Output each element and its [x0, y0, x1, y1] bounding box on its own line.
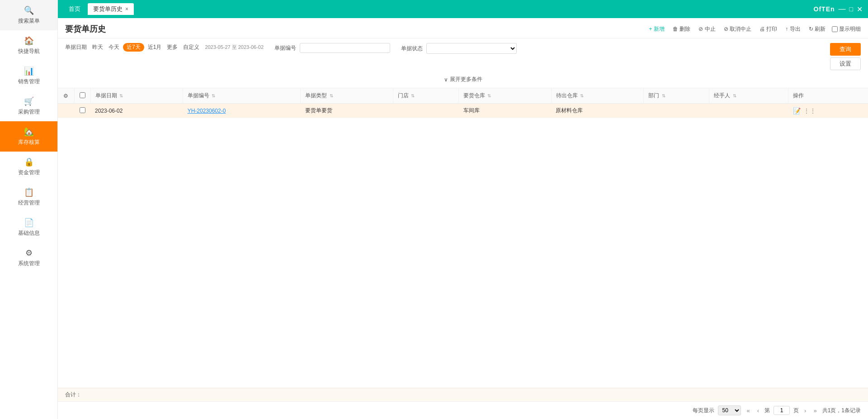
- next-page-button[interactable]: ›: [802, 407, 808, 414]
- doc-status-filter-group: 单据状态: [401, 43, 517, 54]
- export-button[interactable]: ↑ 导出: [783, 24, 802, 34]
- row-date-cell: 2023-06-02: [90, 104, 183, 118]
- sidebar-item-sales[interactable]: 📊 销售管理: [0, 61, 57, 91]
- summary-label: 合计：: [65, 391, 81, 398]
- date-option-today[interactable]: 今天: [107, 43, 121, 52]
- sidebar: 🔍 搜索菜单 🏠 快捷导航 📊 销售管理 🛒 采购管理 🏡 库存核算 🔒 资金管…: [0, 0, 58, 419]
- sidebar-item-inventory[interactable]: 🏡 库存核算: [0, 121, 57, 152]
- row-department-cell: [644, 104, 709, 118]
- row-store-cell: [393, 104, 459, 118]
- refresh-button[interactable]: ↻ 刷新: [807, 24, 827, 34]
- table-area: ⚙ 单据日期 ⇅ 单据编号 ⇅ 单据类型 ⇅: [58, 88, 868, 388]
- col-settings-header[interactable]: ⚙: [58, 88, 74, 104]
- col-store-header[interactable]: 门店 ⇅: [393, 88, 459, 104]
- last-page-button[interactable]: »: [811, 407, 818, 414]
- first-page-button[interactable]: «: [745, 407, 751, 414]
- display-detail-input[interactable]: [832, 26, 838, 32]
- doc-number-input[interactable]: [300, 43, 390, 53]
- table-body: 2023-06-02 YH-20230602-0 要货单要货 车间库 原材料仓库…: [58, 104, 868, 118]
- col-docnum-header[interactable]: 单据编号 ⇅: [183, 88, 301, 104]
- sidebar-item-system[interactable]: ⚙ 系统管理: [0, 243, 57, 273]
- stop-button[interactable]: ⊘ 中止: [697, 24, 717, 34]
- row-checkbox[interactable]: [80, 107, 85, 113]
- sales-icon: 📊: [24, 66, 34, 76]
- page-number-input[interactable]: [774, 406, 790, 415]
- sidebar-item-label: 销售管理: [18, 78, 40, 86]
- col-req-warehouse-header[interactable]: 要货仓库 ⇅: [459, 88, 552, 104]
- window-close-icon[interactable]: ✕: [857, 5, 863, 14]
- sidebar-item-purchase[interactable]: 🛒 采购管理: [0, 91, 57, 121]
- sidebar-item-label: 资金管理: [18, 169, 40, 176]
- tab-close-icon[interactable]: ×: [125, 6, 128, 12]
- sidebar-item-quick-nav[interactable]: 🏠 快捷导航: [0, 30, 57, 61]
- cancel-stop-button[interactable]: ⊘ 取消中止: [722, 24, 753, 34]
- sidebar-item-label: 快捷导航: [18, 48, 40, 55]
- finance-icon: 🔒: [24, 157, 34, 167]
- sidebar-item-search-menu[interactable]: 🔍 搜索菜单: [0, 0, 57, 30]
- row-more-icon[interactable]: ⋮⋮: [803, 107, 816, 114]
- col-department-header[interactable]: 部门 ⇅: [644, 88, 709, 104]
- topbar-logo: OfTEn: [814, 5, 835, 13]
- col-doctype-header[interactable]: 单据类型 ⇅: [301, 88, 393, 104]
- print-button[interactable]: 🖨 打印: [758, 24, 779, 34]
- sidebar-item-label: 搜索菜单: [18, 17, 40, 25]
- sidebar-item-label: 基础信息: [18, 229, 40, 237]
- sidebar-item-basic-info[interactable]: 📄 基础信息: [0, 212, 57, 243]
- row-operation-cell: 📝 ⋮⋮: [788, 104, 868, 118]
- topbar: 首页 要货单历史 × OfTEn — □ ✕: [58, 0, 868, 18]
- tab-home[interactable]: 首页: [63, 3, 86, 15]
- display-detail-checkbox[interactable]: 显示明细: [832, 25, 861, 33]
- tab-active[interactable]: 要货单历史 ×: [88, 3, 134, 15]
- per-page-select[interactable]: 50 10 20 100: [718, 405, 741, 415]
- filter-actions: 查询 设置: [830, 43, 861, 70]
- date-option-custom[interactable]: 自定义: [181, 43, 201, 52]
- col-date-header[interactable]: 单据日期 ⇅: [90, 88, 183, 104]
- tab-home-label: 首页: [69, 5, 80, 13]
- col-operation-header: 操作: [788, 88, 868, 104]
- date-option-1month[interactable]: 近1月: [146, 43, 164, 52]
- tab-active-label: 要货单历史: [93, 5, 123, 13]
- sort-pending-warehouse-icon: ⇅: [580, 93, 584, 98]
- delete-button[interactable]: 🗑 删除: [671, 24, 692, 34]
- sort-docnum-icon: ⇅: [212, 93, 215, 98]
- sidebar-item-finance[interactable]: 🔒 资金管理: [0, 152, 57, 182]
- pagination-bar: 每页显示 50 10 20 100 « ‹ 第 页 › » 共1页，1条记录: [58, 401, 868, 419]
- window-max-icon[interactable]: □: [849, 5, 853, 13]
- date-options: 昨天 今天 近7天 近1月 更多 自定义: [90, 43, 201, 52]
- col-pending-warehouse-header[interactable]: 待出仓库 ⇅: [551, 88, 644, 104]
- new-button[interactable]: + 新增: [647, 24, 666, 34]
- system-icon: ⚙: [25, 248, 33, 258]
- date-range-display: 2023-05-27 至 2023-06-02: [205, 44, 264, 51]
- row-edit-icon[interactable]: 📝: [793, 107, 801, 114]
- search-menu-icon: 🔍: [24, 5, 34, 15]
- sort-handler-icon: ⇅: [733, 93, 736, 98]
- sidebar-item-operation[interactable]: 📋 经营管理: [0, 182, 57, 212]
- basic-info-icon: 📄: [24, 218, 34, 228]
- expand-label: 展开更多条件: [450, 76, 482, 83]
- sort-req-warehouse-icon: ⇅: [487, 93, 491, 98]
- row-docnum-cell: YH-20230602-0: [183, 104, 301, 118]
- page-suffix: 页: [793, 407, 799, 414]
- window-min-icon[interactable]: —: [839, 5, 846, 13]
- col-handler-header[interactable]: 经手人 ⇅: [709, 88, 788, 104]
- filter-area: 单据日期 昨天 今天 近7天 近1月 更多 自定义 2023-05-27 至 2…: [58, 38, 868, 88]
- expand-conditions[interactable]: ∨ 展开更多条件: [444, 76, 482, 83]
- chevron-down-icon: ∨: [444, 76, 448, 83]
- doc-status-select[interactable]: [426, 43, 517, 54]
- page-header: 要货单历史 + 新增 🗑 删除 ⊘ 中止 ⊘ 取消中止 🖨 打印 ↑ 导出 ↻ …: [58, 18, 868, 38]
- date-option-more[interactable]: 更多: [165, 43, 179, 52]
- sidebar-item-label: 库存核算: [18, 138, 40, 146]
- total-info: 共1页，1条记录: [822, 407, 861, 414]
- row-pending-warehouse-cell: 原材料仓库: [551, 104, 644, 118]
- date-option-yesterday[interactable]: 昨天: [90, 43, 105, 52]
- setting-button[interactable]: 设置: [830, 57, 861, 70]
- date-option-7days[interactable]: 近7天: [123, 43, 144, 52]
- row-settings-cell: [58, 104, 74, 118]
- page-title: 要货单历史: [65, 24, 106, 34]
- query-button[interactable]: 查询: [830, 43, 861, 56]
- prev-page-button[interactable]: ‹: [755, 407, 761, 414]
- sidebar-item-label: 系统管理: [18, 260, 40, 267]
- footer-summary: 合计：: [58, 388, 868, 401]
- select-all-checkbox[interactable]: [80, 92, 85, 98]
- doc-number-link[interactable]: YH-20230602-0: [188, 108, 226, 114]
